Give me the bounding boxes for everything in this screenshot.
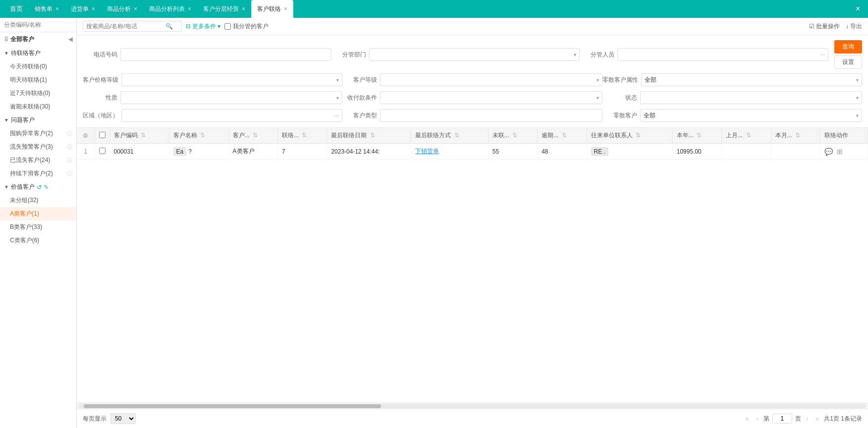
field-dept: 分管部门 ▾ <box>331 48 580 61</box>
th-last-method[interactable]: 最后联络方式 ⇅ <box>411 128 488 144</box>
close-goods-list-tab[interactable]: × <box>188 5 191 12</box>
field-scatter: 零散客户 全部 ▾ <box>602 108 862 122</box>
all-customers-header[interactable]: ⠿ 全部客户 ◀ <box>0 32 76 47</box>
last-method-link[interactable]: 下销货单 <box>415 148 439 155</box>
th-gear[interactable]: ⚙ <box>77 128 95 144</box>
first-page-button[interactable]: « <box>743 414 751 424</box>
info-icon-hoard: ⓘ <box>67 130 72 137</box>
group-waiting-contact[interactable]: ▼ 待联络客户 <box>0 47 76 60</box>
sidebar-item-declining[interactable]: 持续下滑客户(2) ⓘ <box>0 167 76 180</box>
nav-purchase[interactable]: 进货单 × <box>65 0 101 18</box>
right-actions: ☑ 批量操作 ↓ 导出 <box>809 22 862 31</box>
th-level[interactable]: 客户... ⇅ <box>228 128 277 144</box>
group-problem-customers[interactable]: ▼ 问题客户 <box>0 113 76 127</box>
th-this-year[interactable]: 本年... ⇅ <box>672 128 721 144</box>
nav-goods-list[interactable]: 商品分析列表 × <box>143 0 197 18</box>
per-page-select[interactable]: 50 100 200 <box>110 413 136 424</box>
my-customer-checkbox[interactable] <box>224 23 231 30</box>
nature-select[interactable]: ▾ <box>120 91 342 104</box>
status-select[interactable]: ▾ <box>640 91 862 104</box>
manager-select[interactable]: ··· <box>617 48 828 61</box>
scrollbar-thumb[interactable] <box>84 404 381 408</box>
filter-row-1: 电话号码 分管部门 ▾ 分管人员 <box>83 40 862 69</box>
search-input[interactable] <box>86 23 165 30</box>
scatter-attr-select[interactable]: 全部 ▾ <box>641 73 862 86</box>
th-code[interactable]: 客户编码 ⇅ <box>109 128 169 144</box>
th-last-month[interactable]: 上月... ⇅ <box>722 128 771 144</box>
row-contact-person: RE . <box>587 144 672 160</box>
sidebar-item-7days-contact[interactable]: 近7天待联络(0) <box>0 87 76 100</box>
sidebar-item-hoard-abnormal[interactable]: 囤购异常客户(2) ⓘ <box>0 127 76 140</box>
th-no-days[interactable]: 未联... ⇅ <box>488 128 537 144</box>
th-contact-person[interactable]: 往来单位联系人 ⇅ <box>587 128 672 144</box>
batch-op-button[interactable]: ☑ 批量操作 <box>809 22 840 31</box>
field-customer-level: 客户等级 ▾ <box>342 73 602 87</box>
page-number-input[interactable] <box>772 414 792 424</box>
nav-home[interactable]: 首页 <box>4 0 29 18</box>
nav-goods-analysis[interactable]: 商品分析 × <box>101 0 143 18</box>
customer-level-select[interactable]: ▾ <box>380 73 602 86</box>
region-select[interactable]: ··· <box>121 109 342 122</box>
sidebar-item-class-c[interactable]: C类客户(6) <box>0 234 76 247</box>
sidebar-item-unclassified[interactable]: 未分组(32) <box>0 194 76 207</box>
price-level-select[interactable]: ▾ <box>121 73 342 86</box>
close-customer-contact-tab[interactable]: × <box>284 5 287 12</box>
qr-icon[interactable]: ⊞ <box>837 148 843 156</box>
edit-icon[interactable]: ✎ <box>44 184 49 191</box>
sidebar-item-churned[interactable]: 已流失客户(24) ⓘ <box>0 154 76 167</box>
th-name[interactable]: 客户名称 ⇅ <box>169 128 228 144</box>
next-page-button[interactable]: › <box>804 414 811 424</box>
th-this-month[interactable]: 本月... ⇅ <box>771 128 820 144</box>
close-purchase-tab[interactable]: × <box>92 5 95 12</box>
close-customer-tier-tab[interactable]: × <box>242 5 245 12</box>
filter-row-4: 区域（地区） ··· 客户类型 零散客户 <box>83 108 862 122</box>
phone-input[interactable] <box>120 48 331 61</box>
page-label-pre: 第 <box>763 415 769 423</box>
filter-row-2: 客户价格等级 ▾ 客户等级 ▾ 零散客户属性 <box>83 73 862 87</box>
close-sales-tab[interactable]: × <box>55 5 59 12</box>
th-contact[interactable]: 联络... ⇅ <box>278 128 327 144</box>
dept-select[interactable]: ▾ <box>369 48 580 61</box>
toolbar: 🔍 ⊟ 更多条件 ▾ 我分管的客户 ☑ 批量操作 <box>77 18 868 35</box>
group-value-customers[interactable]: ▼ 价值客户 ↺ ✎ <box>0 180 76 194</box>
th-checkbox <box>95 128 109 144</box>
nav-customer-contact[interactable]: 客户联络 × <box>251 0 293 18</box>
last-page-button[interactable]: » <box>814 414 821 424</box>
payment-select[interactable]: ▾ <box>380 91 602 104</box>
more-filter-button[interactable]: ⊟ 更多条件 ▾ <box>186 22 220 31</box>
scatter-select[interactable]: 全部 ▾ <box>640 109 862 122</box>
close-goods-tab[interactable]: × <box>134 5 137 12</box>
page-label-post: 页 <box>795 415 801 423</box>
sidebar-item-overdue-contact[interactable]: 逾期未联络(30) <box>0 100 76 113</box>
export-icon: ↓ <box>846 23 849 30</box>
row-last-date: 2023-04-12 14:44: <box>327 144 411 160</box>
chat-icon[interactable]: 💬 <box>824 148 833 156</box>
horizontal-scrollbar[interactable] <box>77 403 868 409</box>
nav-customer-tier[interactable]: 客户分层经营 × <box>197 0 251 18</box>
batch-icon: ☑ <box>809 23 814 30</box>
sidebar-search-input[interactable] <box>4 21 77 28</box>
refresh-icon[interactable]: ↺ <box>37 184 42 191</box>
per-page-label: 每页显示 <box>83 415 107 423</box>
row-checkbox[interactable] <box>99 148 106 154</box>
th-overdue[interactable]: 逾期... ⇅ <box>538 128 587 144</box>
filter-panel: 电话号码 分管部门 ▾ 分管人员 <box>77 35 868 128</box>
sidebar-item-tomorrow-contact[interactable]: 明天待联络(1) <box>0 73 76 87</box>
table-footer: 每页显示 50 100 200 « ‹ 第 页 › » 共1页 1条记录 <box>77 409 868 428</box>
th-last-date[interactable]: 最后联络日期 ⇅ <box>327 128 411 144</box>
select-all-checkbox[interactable] <box>99 132 106 138</box>
info-icon-churned: ⓘ <box>67 157 72 164</box>
export-button[interactable]: ↓ 导出 <box>846 22 862 31</box>
window-close-button[interactable]: × <box>852 4 864 13</box>
customer-type-input[interactable] <box>380 109 602 122</box>
sidebar-item-class-b[interactable]: B类客户(33) <box>0 220 76 234</box>
prev-page-button[interactable]: ‹ <box>754 414 760 424</box>
search-submit-icon[interactable]: 🔍 <box>165 23 173 30</box>
sidebar-item-class-a[interactable]: A类客户(1) <box>0 207 76 220</box>
query-button[interactable]: 查询 <box>834 40 862 54</box>
sidebar-item-churn-warning[interactable]: 流失预警客户(3) ⓘ <box>0 140 76 154</box>
settings-button[interactable]: 设置 <box>834 55 862 69</box>
sidebar-item-today-contact[interactable]: 今天待联络(0) <box>0 60 76 73</box>
nav-sales[interactable]: 销售单 × <box>29 0 65 18</box>
row-this-month <box>771 144 820 160</box>
